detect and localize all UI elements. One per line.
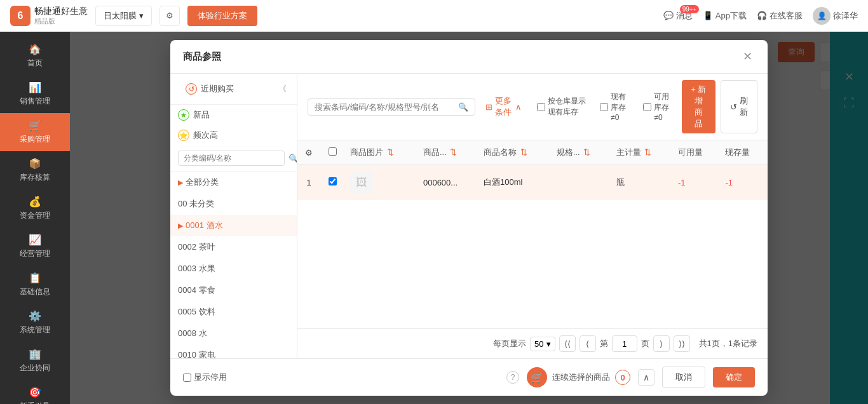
row-checkbox-cell[interactable] (320, 165, 345, 200)
user-item[interactable]: 👤 徐泽华 (813, 7, 858, 25)
col-image-label: 商品图片 (350, 147, 383, 157)
show-disabled-input[interactable] (183, 374, 191, 382)
first-page-btn[interactable]: ⟨⟨ (559, 335, 576, 352)
page-word: 第 (600, 338, 608, 349)
page-info: 共1页，1条记录 (699, 338, 757, 349)
sidebar-item-enterprise[interactable]: 🏢 企业协同 (0, 342, 70, 380)
cancel-btn[interactable]: 取消 (662, 367, 705, 388)
filter-more-btn[interactable]: ⊞ 更多条件 ∧ (480, 92, 527, 121)
checkbox-stock-label: 现有库存≠0 (611, 91, 633, 122)
sidebar-item-system[interactable]: ⚙️ 系统管理 (0, 304, 70, 342)
checkbox-warehouse-input[interactable] (537, 103, 545, 111)
sidebar-item-finance[interactable]: 💰 资金管理 (0, 189, 70, 227)
row-checkbox[interactable] (329, 177, 337, 185)
sidebar-item-basic-info[interactable]: 📋 基础信息 (0, 266, 70, 304)
checkbox-warehouse[interactable]: 按仓库显示现有库存 (537, 96, 590, 118)
username: 徐泽华 (833, 10, 858, 22)
messages-nav-item[interactable]: 💬 消息 99++ (663, 10, 693, 22)
sort-icon-code[interactable]: ⇅ (450, 147, 457, 157)
table-row[interactable]: 1 🖼 000600... 白酒100ml (297, 165, 768, 200)
select-all-checkbox[interactable] (329, 147, 337, 156)
modal-header: 商品参照 ✕ (170, 40, 768, 74)
category-item-liquor[interactable]: ▶ 0001 酒水 (170, 215, 297, 236)
col-settings[interactable]: ⚙ (297, 140, 320, 165)
sidebar-item-purchase[interactable]: 🛒 采购管理 (0, 113, 70, 151)
cart-icon[interactable]: 🛒 (527, 367, 547, 387)
category-item-uncategorized[interactable]: 00 未分类 (170, 193, 297, 215)
sidebar-item-sales[interactable]: 📊 销售管理 (0, 75, 70, 113)
search-input-wrap: 🔍 (308, 98, 475, 116)
product-reference-modal: 商品参照 ✕ ↺ 近期购买 《 (170, 40, 768, 396)
sidebar-item-guide[interactable]: 🎯 新手引导 (0, 380, 70, 404)
checkbox-warehouse-label: 按仓库显示现有库存 (548, 96, 590, 118)
store-dropdown[interactable]: 日太阳膜 ▾ (95, 6, 152, 26)
col-code: 商品... ⇅ (418, 140, 478, 165)
sort-icon-spec[interactable]: ⇅ (583, 147, 590, 157)
settings-icon[interactable]: ⚙ (159, 6, 180, 26)
product-thumbnail: 🖼 (350, 171, 373, 194)
add-product-btn[interactable]: + 新增商品 (682, 80, 715, 133)
last-page-btn[interactable]: ⟩⟩ (674, 335, 690, 352)
category-label: 00 未分类 (178, 198, 214, 210)
sidebar-item-inventory[interactable]: 📦 库存核算 (0, 151, 70, 189)
sidebar-label-inventory: 库存核算 (20, 172, 50, 183)
search-icon[interactable]: 🔍 (288, 154, 297, 163)
show-disabled-checkbox[interactable]: 显示停用 (183, 372, 227, 383)
logo-text-block: 畅捷通好生意 精品版 (34, 5, 88, 26)
page-number-input[interactable]: 1 (612, 335, 637, 352)
quick-item-recent[interactable]: ↺ 近期购买 (178, 79, 241, 99)
basic-info-icon: 📋 (29, 272, 41, 284)
purchase-icon: 🛒 (29, 119, 41, 131)
checkbox-stock-input[interactable] (600, 103, 608, 111)
left-panel-top: ↺ 近期购买 《 (170, 74, 297, 105)
sidebar-item-operations[interactable]: 📈 经营管理 (0, 227, 70, 266)
category-item-electronics[interactable]: 0010 家电 (170, 344, 297, 358)
category-item-snacks[interactable]: 0004 零食 (170, 279, 297, 301)
sidebar-item-home[interactable]: 🏠 首页 (0, 37, 70, 75)
prev-page-btn[interactable]: ⟨ (580, 335, 596, 352)
search-submit-icon[interactable]: 🔍 (458, 102, 468, 112)
sidebar-label-finance: 资金管理 (20, 210, 50, 221)
fold-btn[interactable]: ∧ (638, 369, 654, 386)
sort-icon-image[interactable]: ⇅ (387, 147, 394, 157)
checkbox-stock-nonzero[interactable]: 现有库存≠0 (600, 91, 633, 122)
product-table: ⚙ 商品图片 ⇅ 商品... ⇅ (297, 140, 768, 200)
category-search-input[interactable] (178, 151, 285, 166)
trial-btn[interactable]: 体验行业方案 (187, 6, 257, 26)
col-checkbox-header[interactable] (320, 140, 345, 165)
category-item-drinks[interactable]: 0005 饮料 (170, 301, 297, 323)
quick-item-new[interactable]: ★ 新品 (170, 105, 297, 125)
cart-area: 🛒 连续选择的商品 0 (527, 367, 630, 387)
modal-close-button[interactable]: ✕ (740, 49, 755, 64)
sort-icon-name[interactable]: ⇅ (520, 147, 527, 157)
modal-title: 商品参照 (183, 51, 221, 63)
new-label: 新品 (193, 109, 210, 121)
row-index: 1 (297, 165, 320, 200)
confirm-btn[interactable]: 确定 (713, 367, 755, 387)
category-item-fruit[interactable]: 0003 水果 (170, 258, 297, 279)
col-name-label: 商品名称 (484, 147, 517, 157)
product-search-input[interactable] (315, 102, 454, 112)
footer-right: ? 🛒 连续选择的商品 0 ∧ 取消 确定 (506, 367, 755, 388)
right-panel: 🔍 ⊞ 更多条件 ∧ 按仓库显示现有库存 (297, 74, 768, 358)
next-page-btn[interactable]: ⟩ (653, 335, 670, 352)
checkbox-available-nonzero[interactable]: 可用库存≠0 (643, 91, 676, 122)
refresh-btn[interactable]: ↺ 刷新 (721, 80, 757, 133)
expand-arrow: ▶ (178, 178, 183, 187)
category-item-water[interactable]: 0008 水 (170, 323, 297, 344)
per-page-select[interactable]: 50 ▾ (530, 337, 555, 351)
checkbox-available-input[interactable] (643, 103, 651, 111)
filter-label: 更多条件 (495, 95, 513, 118)
collapse-btn[interactable]: 《 (276, 81, 289, 97)
cart-text: 连续选择的商品 (552, 372, 610, 383)
category-item-tea[interactable]: 0002 茶叶 (170, 236, 297, 258)
online-service-item[interactable]: 🎧 在线客服 (757, 10, 803, 22)
quick-item-frequent[interactable]: ⭐ 频次高 (170, 125, 297, 145)
sort-icon-unit[interactable]: ⇅ (644, 147, 651, 157)
category-list: ▶ 全部分类 00 未分类 ▶ 0001 酒水 0002 茶 (170, 172, 297, 358)
app-download-item[interactable]: 📱 App下载 (703, 10, 747, 22)
category-item-all[interactable]: ▶ 全部分类 (170, 172, 297, 193)
sidebar-label-enterprise: 企业协同 (20, 363, 50, 374)
store-name: 日太阳膜 (104, 10, 137, 22)
help-icon[interactable]: ? (506, 371, 519, 384)
